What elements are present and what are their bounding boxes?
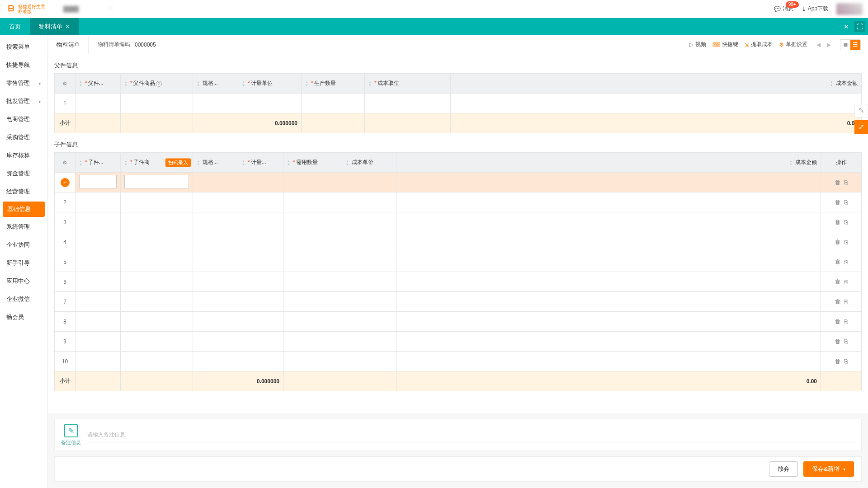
delete-row-button[interactable]: 🗑 bbox=[835, 258, 840, 265]
cell[interactable] bbox=[238, 192, 283, 212]
rail-edit-button[interactable]: ✎ bbox=[854, 104, 868, 117]
cell[interactable] bbox=[342, 173, 396, 192]
col-parent-spec[interactable]: 规格... bbox=[193, 74, 238, 94]
cell[interactable] bbox=[193, 232, 238, 252]
cell[interactable] bbox=[75, 332, 121, 352]
child-row[interactable]: 3🗑⎘ bbox=[55, 212, 862, 232]
cell[interactable] bbox=[396, 212, 821, 232]
delete-row-button[interactable]: 🗑 bbox=[835, 318, 840, 325]
cell[interactable] bbox=[75, 352, 121, 371]
cell[interactable] bbox=[342, 352, 396, 371]
cell[interactable] bbox=[283, 272, 342, 292]
sidebar-item[interactable]: 企业微信 bbox=[0, 290, 47, 308]
cell[interactable] bbox=[238, 332, 283, 352]
child-row[interactable]: 10🗑⎘ bbox=[55, 352, 862, 371]
cell[interactable] bbox=[75, 192, 121, 212]
cell-input[interactable] bbox=[124, 175, 189, 188]
cell[interactable] bbox=[396, 173, 821, 192]
cell[interactable] bbox=[75, 292, 121, 312]
child-row[interactable]: 4🗑⎘ bbox=[55, 232, 862, 252]
cell[interactable] bbox=[75, 272, 121, 292]
copy-row-button[interactable]: ⎘ bbox=[844, 239, 848, 245]
cell[interactable] bbox=[193, 352, 238, 371]
sidebar-item[interactable]: 批发管理▸ bbox=[0, 92, 47, 110]
col-child-price[interactable]: 成本单价 bbox=[342, 153, 396, 173]
close-icon[interactable]: ✕ bbox=[65, 23, 70, 30]
cell[interactable] bbox=[121, 173, 193, 192]
parent-row[interactable]: 1 bbox=[55, 94, 862, 113]
sidebar-item[interactable]: 电商管理 bbox=[0, 110, 47, 128]
cell[interactable] bbox=[365, 94, 451, 113]
cell[interactable] bbox=[121, 292, 193, 312]
cell[interactable] bbox=[121, 272, 193, 292]
sidebar-item[interactable]: 畅会员 bbox=[0, 308, 47, 326]
child-row[interactable]: 6🗑⎘ bbox=[55, 272, 862, 292]
remark-input[interactable] bbox=[87, 428, 855, 442]
cell[interactable] bbox=[75, 212, 121, 232]
child-row[interactable]: 5🗑⎘ bbox=[55, 252, 862, 272]
pager-prev-button[interactable]: ◀ bbox=[814, 41, 823, 49]
fullscreen-button[interactable]: ⛶ bbox=[854, 21, 865, 32]
sidebar-item[interactable]: 经营管理 bbox=[0, 183, 47, 201]
sidebar-item[interactable]: 库存核算 bbox=[0, 146, 47, 164]
cell[interactable] bbox=[193, 94, 238, 113]
cell[interactable] bbox=[342, 232, 396, 252]
delete-row-button[interactable]: 🗑 bbox=[835, 179, 840, 186]
delete-row-button[interactable]: 🗑 bbox=[835, 358, 840, 365]
cell[interactable] bbox=[75, 312, 121, 332]
help-icon[interactable]: ? bbox=[156, 81, 162, 87]
sidebar-item[interactable]: 搜索菜单 bbox=[0, 38, 47, 56]
gear-icon[interactable]: ⚙ bbox=[62, 80, 67, 87]
cell[interactable] bbox=[193, 312, 238, 332]
tab-home[interactable]: 首页 bbox=[0, 18, 30, 35]
child-row[interactable]: +🗑⎘ bbox=[55, 173, 862, 192]
delete-row-button[interactable]: 🗑 bbox=[835, 298, 840, 305]
col-parent-qty[interactable]: *生产数量 bbox=[302, 74, 365, 94]
tab-close-all-button[interactable]: ✕ bbox=[841, 21, 852, 32]
save-and-new-button[interactable]: 保存&新增▾ bbox=[803, 461, 854, 477]
cell[interactable] bbox=[238, 232, 283, 252]
cell[interactable] bbox=[193, 292, 238, 312]
cell[interactable] bbox=[193, 173, 238, 192]
cell[interactable] bbox=[396, 352, 821, 371]
sidebar-item[interactable]: 基础信息 bbox=[3, 202, 45, 217]
cell[interactable] bbox=[396, 252, 821, 272]
cell[interactable] bbox=[193, 252, 238, 272]
delete-row-button[interactable]: 🗑 bbox=[835, 239, 840, 245]
messages-button[interactable]: 💬 消息 99+ bbox=[774, 5, 793, 13]
view-list-button[interactable]: ≣ bbox=[840, 40, 850, 50]
cell[interactable] bbox=[121, 352, 193, 371]
cell[interactable] bbox=[238, 292, 283, 312]
copy-row-button[interactable]: ⎘ bbox=[844, 219, 848, 225]
copy-row-button[interactable]: ⎘ bbox=[844, 318, 848, 325]
rail-expand-button[interactable]: ⤢ bbox=[854, 120, 868, 134]
cell[interactable] bbox=[396, 292, 821, 312]
col-parent-costsrc[interactable]: *成本取值 bbox=[365, 74, 451, 94]
child-row[interactable]: 9🗑⎘ bbox=[55, 332, 862, 352]
sidebar-item[interactable]: 快捷导航 bbox=[0, 56, 47, 74]
col-child-product[interactable]: *子件商扫码录入 bbox=[121, 153, 193, 173]
col-parent-product[interactable]: *父件商品? bbox=[121, 74, 193, 94]
cell[interactable] bbox=[121, 192, 193, 212]
cell[interactable] bbox=[121, 312, 193, 332]
cell[interactable] bbox=[121, 94, 193, 113]
cell[interactable] bbox=[342, 312, 396, 332]
copy-row-button[interactable]: ⎘ bbox=[844, 358, 848, 365]
gear-icon[interactable]: ⚙ bbox=[62, 160, 67, 166]
cell[interactable] bbox=[193, 192, 238, 212]
delete-row-button[interactable]: 🗑 bbox=[835, 199, 840, 206]
cell[interactable] bbox=[396, 232, 821, 252]
cell[interactable] bbox=[283, 312, 342, 332]
cell[interactable] bbox=[193, 332, 238, 352]
video-help-button[interactable]: ▷视频 bbox=[689, 41, 706, 48]
child-row[interactable]: 8🗑⎘ bbox=[55, 312, 862, 332]
sidebar-item[interactable]: 应用中心 bbox=[0, 272, 47, 290]
col-child-qty[interactable]: *需用数量 bbox=[283, 153, 342, 173]
cell[interactable] bbox=[451, 94, 862, 113]
delete-row-button[interactable]: 🗑 bbox=[835, 219, 840, 225]
cell[interactable] bbox=[283, 332, 342, 352]
cell[interactable] bbox=[342, 292, 396, 312]
cell[interactable] bbox=[238, 312, 283, 332]
sidebar-item[interactable]: 系统管理 bbox=[0, 218, 47, 236]
copy-row-button[interactable]: ⎘ bbox=[844, 298, 848, 305]
